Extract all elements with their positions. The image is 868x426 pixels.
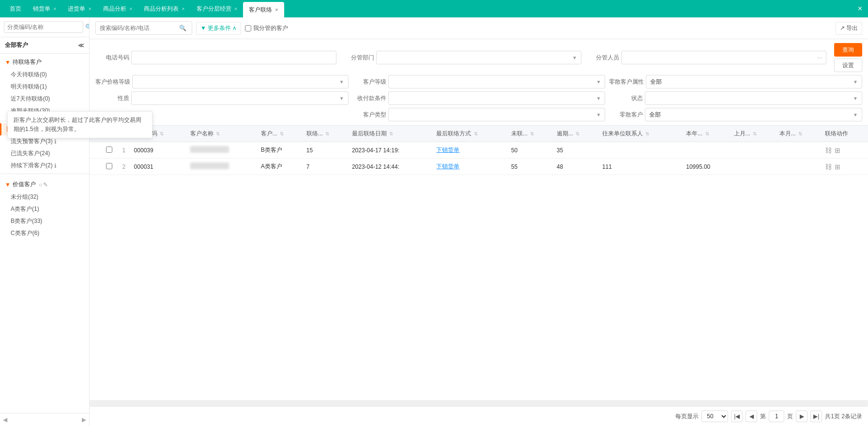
row1-select-checkbox[interactable] [106,147,112,153]
nav-sales-order[interactable]: 销货单 × [27,0,62,17]
sidebar-item-declining[interactable]: 持续下滑客户(2) ℹ [0,160,89,172]
sidebar-item-ungrouped[interactable]: 未分组(32) [0,191,89,203]
nature-select[interactable]: ▼ [131,91,349,105]
close-customer-layered-icon[interactable]: × [234,6,237,12]
row2-checkbox [103,159,117,175]
my-customers-checkbox[interactable] [245,25,251,31]
sidebar-item-today-pending[interactable]: 今天待联络(0) [0,69,89,81]
last-page-button[interactable]: ▶| [810,411,822,422]
nav-purchase-order[interactable]: 进货单 × [62,0,97,17]
horizontal-scrollbar[interactable] [90,400,868,406]
sidebar-item-already-lost[interactable]: 已流失客户(24) [0,147,89,160]
nav-home[interactable]: 首页 [4,0,27,17]
close-product-analysis-icon[interactable]: × [129,6,132,12]
sidebar-search-button[interactable]: 🔍 [85,21,90,33]
first-page-button[interactable]: |◀ [731,411,743,422]
sidebar-search-input[interactable] [4,21,83,33]
code-sort-icon[interactable]: ⇅ [160,131,164,136]
row1-grid-icon[interactable]: ⊞ [835,147,840,154]
nav-customer-contact[interactable]: 客户联络 × [243,2,284,17]
row1-contact: 15 [304,142,349,159]
total-records-label: 共1页 2条记录 [825,412,862,421]
query-button[interactable]: 查询 [834,43,862,57]
this-year-sort-icon[interactable]: ⇅ [705,131,709,136]
sidebar-search-area: 🔍 [0,17,89,37]
sidebar-prev-icon[interactable]: ◀ [3,416,7,423]
close-sales-order-icon[interactable]: × [53,6,56,12]
price-level-select[interactable]: ▼ [132,75,349,88]
row1-last-method-link[interactable]: 下销货单 [436,147,459,153]
close-customer-contact-icon[interactable]: × [275,7,278,13]
row2-grid-icon[interactable]: ⊞ [835,163,840,171]
row2-link-icon[interactable]: ⛓ [825,163,832,171]
close-purchase-order-icon[interactable]: × [88,6,91,12]
nav-product-analysis[interactable]: 商品分析 × [97,0,138,17]
category-sort-icon[interactable]: ⇅ [280,131,284,136]
row1-last-month [731,142,777,159]
overdue-sort-icon[interactable]: ⇅ [576,131,579,136]
row2-this-month [777,159,822,175]
filter-customer-type: 客户类型 ▼ [352,108,606,121]
sidebar-item-tomorrow-pending[interactable]: 明天待联络(1) [0,81,89,93]
row2-num: 2 [117,159,131,175]
value-group-section: ▼ 价值客户 ○ ✎ 未分组(32) A类客户(1) B类客户(33) C类客户… [0,176,89,241]
last-month-sort-icon[interactable]: ⇅ [753,131,757,136]
col-overdue-header: 逾期... ⇅ [554,126,599,142]
payment-terms-arrow-icon: ▼ [596,96,601,101]
customer-level-select[interactable]: ▼ [388,75,606,88]
unit-sort-icon[interactable]: ⇅ [645,131,649,136]
value-edit-icon[interactable]: ○ [39,181,42,188]
sidebar-all-customers-header: 全部客户 ≪ [0,37,89,54]
sidebar-bottom: ◀ ▶ [0,413,89,426]
retail-customer-select[interactable]: 全部 ▼ [645,108,862,121]
row1-link-icon[interactable]: ⛓ [825,147,832,154]
customer-type-select[interactable]: ▼ [388,108,606,121]
sidebar-item-class-b[interactable]: B类客户(33) [0,215,89,227]
row1-name [187,142,258,159]
settings-button[interactable]: 设置 [834,59,862,72]
my-customers-checkbox-label[interactable]: 我分管的客户 [245,24,288,32]
not-contact-sort-icon[interactable]: ⇅ [530,131,534,136]
nature-label: 性质 [95,94,129,103]
last-method-sort-icon[interactable]: ⇅ [474,131,478,136]
per-page-select[interactable]: 50 100 [701,411,728,422]
search-input[interactable] [100,25,177,31]
name-sort-icon[interactable]: ⇅ [216,131,220,136]
sidebar-value-group[interactable]: ▼ 价值客户 ○ ✎ [0,178,89,191]
sidebar-item-7days-pending[interactable]: 近7天待联络(0) [0,93,89,105]
page-number-input[interactable] [769,411,784,422]
sidebar-header-icons: ≪ [78,42,84,49]
nav-customer-layered[interactable]: 客户分层经营 × [191,0,243,17]
last-date-sort-icon[interactable]: ⇅ [389,131,393,136]
this-month-sort-icon[interactable]: ⇅ [798,131,802,136]
dept-select[interactable]: ▼ [376,51,581,64]
value-settings-icon[interactable]: ✎ [43,181,48,188]
sidebar-next-icon[interactable]: ▶ [82,416,86,423]
manager-select[interactable]: ··· [621,51,826,64]
window-close-icon[interactable]: × [858,4,862,13]
sidebar-pending-group[interactable]: ▼ 待联络客户 [0,56,89,69]
row2-select-checkbox[interactable] [106,163,112,169]
nav-product-analysis-list[interactable]: 商品分析列表 × [138,0,190,17]
col-last-contact-method-header: 最后联络方式 ⇅ [433,126,508,142]
sidebar-item-class-c[interactable]: C类客户(6) [0,227,89,239]
row2-last-date: 2023-04-12 14:44: [349,159,434,175]
page-label-prefix: 第 [760,412,766,421]
contact-sort-icon[interactable]: ⇅ [325,131,329,136]
prev-page-button[interactable]: ◀ [746,411,757,422]
row2-contact: 7 [304,159,349,175]
filter-payment-terms: 收付款条件 ▼ [352,91,606,105]
more-filters-button[interactable]: ▼ 更多条件 ∧ [196,22,241,35]
status-select[interactable]: ▼ [645,91,862,105]
col-this-month-header: 本月... ⇅ [777,126,822,142]
phone-input[interactable] [131,51,336,64]
export-button[interactable]: ↗ 导出 [836,22,862,35]
sidebar-item-class-a[interactable]: A类客户(1) [0,203,89,215]
close-product-analysis-list-icon[interactable]: × [182,6,184,12]
row2-last-method-link[interactable]: 下销货单 [436,163,459,170]
next-page-button[interactable]: ▶ [796,411,807,422]
retail-attr-select[interactable]: 全部 ▼ [646,75,862,88]
sidebar-collapse-icon[interactable]: ≪ [78,42,84,49]
retail-customer-arrow-icon: ▼ [853,112,858,118]
payment-terms-select[interactable]: ▼ [388,91,606,105]
